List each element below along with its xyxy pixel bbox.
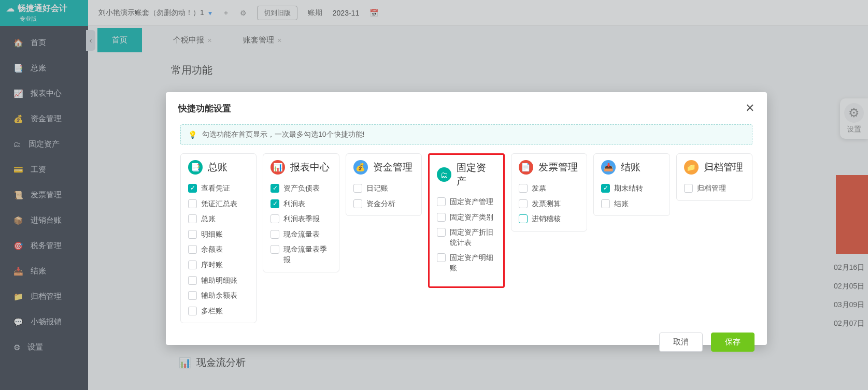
checkbox[interactable]: [188, 199, 197, 208]
checkbox-row[interactable]: 多栏账: [181, 304, 256, 319]
checkbox[interactable]: [519, 214, 528, 223]
group-card-6: 📁归档管理归档管理: [676, 153, 752, 201]
checkbox[interactable]: [271, 214, 279, 223]
checkbox-row[interactable]: ✓资产负债表: [263, 181, 338, 196]
checkbox-row[interactable]: 辅助余额表: [181, 288, 256, 304]
checkbox-row[interactable]: 发票: [511, 181, 587, 196]
checkbox[interactable]: [188, 261, 197, 269]
checkbox-label: 结账: [614, 199, 629, 209]
group-name: 资金管理: [373, 161, 412, 174]
cancel-button[interactable]: 取消: [659, 333, 703, 352]
checkbox-row[interactable]: 利润表季报: [263, 211, 338, 227]
checkbox-row[interactable]: ✓利润表: [263, 196, 338, 212]
checkbox-row[interactable]: 结账: [594, 196, 669, 212]
checkbox[interactable]: [271, 245, 279, 254]
checkbox-label: 利润表: [283, 199, 305, 209]
checkbox-row[interactable]: 固定资产折旧统计表: [430, 225, 503, 250]
checkbox-row[interactable]: 资金分析: [346, 196, 421, 212]
checkbox-label: 固定资产明细账: [450, 253, 495, 273]
checkbox[interactable]: [188, 230, 197, 239]
checkbox-label: 资产负债表: [283, 183, 320, 194]
group-icon: 📑: [188, 160, 203, 175]
checkbox-row[interactable]: 发票测算: [511, 196, 587, 212]
checkbox-label: 固定资产折旧统计表: [450, 227, 495, 248]
checkbox[interactable]: [188, 214, 197, 223]
checkbox[interactable]: [188, 307, 197, 315]
checkbox[interactable]: [188, 291, 197, 300]
checkbox-row[interactable]: 序时账: [181, 257, 256, 273]
group-card-2: 💰资金管理日记账资金分析: [346, 153, 422, 216]
group-name: 结账: [621, 161, 641, 174]
group-card-header: 🗂固定资产: [430, 155, 503, 194]
checkbox-label: 余额表: [201, 244, 223, 255]
checkbox-row[interactable]: ✓查看凭证: [181, 181, 256, 196]
checkbox[interactable]: ✓: [188, 184, 197, 193]
group-icon: 💰: [353, 160, 368, 175]
group-card-header: 📊报表中心: [263, 154, 338, 181]
group-name: 总账: [208, 161, 227, 174]
checkbox-label: 固定资产管理: [450, 197, 493, 207]
group-icon: 📄: [519, 160, 533, 175]
group-name: 报表中心: [290, 161, 330, 174]
checkbox-label: 凭证汇总表: [201, 199, 237, 209]
checkbox-label: 发票测算: [532, 199, 561, 209]
save-button[interactable]: 保存: [711, 333, 755, 352]
checkbox[interactable]: [684, 184, 693, 193]
group-card-header: 📥结账: [594, 154, 669, 181]
modal-tip-text: 勾选功能在首页显示，一次最多勾选10个快捷功能!: [202, 130, 364, 139]
checkbox-label: 总账: [201, 214, 216, 224]
checkbox[interactable]: [353, 184, 362, 193]
checkbox-label: 期末结转: [614, 183, 643, 194]
checkbox[interactable]: [519, 199, 528, 208]
modal-footer: 取消 保存: [166, 323, 767, 361]
group-card-5: 📥结账✓期末结转结账: [593, 153, 670, 216]
checkbox-row[interactable]: 归档管理: [677, 181, 752, 196]
checkbox[interactable]: [188, 276, 197, 285]
checkbox-row[interactable]: 进销稽核: [511, 211, 587, 227]
checkbox-row[interactable]: 现金流量表: [263, 227, 338, 242]
checkbox-row[interactable]: 固定资产管理: [430, 194, 503, 210]
quick-func-modal: 快捷功能设置 ✕ 💡 勾选功能在首页显示，一次最多勾选10个快捷功能! 📑总账✓…: [166, 92, 767, 345]
checkbox-label: 现金流量表: [283, 229, 320, 240]
checkbox[interactable]: [437, 213, 446, 222]
checkbox[interactable]: [271, 230, 279, 239]
checkbox[interactable]: [601, 199, 610, 208]
modal-header: 快捷功能设置 ✕: [166, 92, 767, 124]
checkbox-row[interactable]: 固定资产明细账: [430, 250, 503, 276]
group-card-4: 📄发票管理发票发票测算进销稽核: [511, 153, 587, 232]
modal-close-button[interactable]: ✕: [745, 102, 755, 115]
group-name: 归档管理: [704, 161, 743, 174]
checkbox[interactable]: [437, 253, 446, 262]
checkbox-label: 查看凭证: [201, 183, 230, 194]
checkbox-row[interactable]: 总账: [181, 211, 256, 227]
checkbox[interactable]: ✓: [271, 199, 279, 208]
group-icon: 📊: [271, 160, 285, 175]
checkbox[interactable]: [437, 197, 446, 206]
checkbox[interactable]: ✓: [601, 184, 610, 193]
checkbox-label: 序时账: [201, 260, 223, 270]
checkbox-label: 资金分析: [366, 199, 395, 209]
bulb-icon: 💡: [188, 131, 197, 139]
checkbox-row[interactable]: 凭证汇总表: [181, 196, 256, 212]
checkbox-label: 辅助余额表: [201, 291, 237, 301]
checkbox-label: 进销稽核: [532, 214, 561, 224]
checkbox-label: 明细账: [201, 229, 223, 240]
checkbox-row[interactable]: 固定资产类别: [430, 210, 503, 225]
checkbox[interactable]: ✓: [271, 184, 279, 193]
group-card-0: 📑总账✓查看凭证凭证汇总表总账明细账余额表序时账辅助明细账辅助余额表多栏账: [180, 153, 257, 323]
checkbox-label: 多栏账: [201, 306, 223, 316]
checkbox-row[interactable]: 明细账: [181, 227, 256, 242]
checkbox-row[interactable]: ✓期末结转: [594, 181, 669, 196]
group-icon: 📥: [601, 160, 616, 175]
checkbox[interactable]: [437, 228, 446, 237]
checkbox-label: 发票: [532, 183, 546, 194]
checkbox[interactable]: [353, 199, 362, 208]
checkbox[interactable]: [188, 245, 197, 254]
checkbox-row[interactable]: 日记账: [346, 181, 421, 196]
group-name: 发票管理: [538, 161, 578, 174]
checkbox[interactable]: [519, 184, 528, 193]
checkbox-row[interactable]: 辅助明细账: [181, 273, 256, 288]
checkbox-row[interactable]: 现金流量表季报: [263, 242, 338, 267]
checkbox-row[interactable]: 余额表: [181, 242, 256, 257]
group-card-1: 📊报表中心✓资产负债表✓利润表利润表季报现金流量表现金流量表季报: [263, 153, 339, 272]
